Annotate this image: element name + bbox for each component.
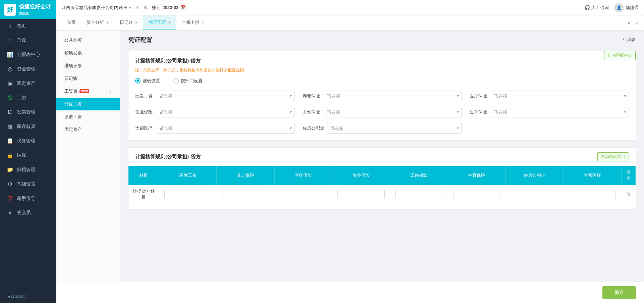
left-nav-purchase[interactable]: 进项发票	[56, 59, 120, 72]
tab-expand-icon[interactable]: ⤢	[635, 20, 639, 26]
input-gongshang[interactable]	[395, 190, 443, 199]
headset-icon: 🎧	[585, 5, 590, 10]
tab-tax[interactable]: 个税申报 ✕	[176, 15, 210, 30]
salary-icon: 💲	[7, 95, 13, 101]
sidebar-item-label: 税务管理	[17, 138, 36, 144]
input-shengyu[interactable]	[453, 190, 500, 199]
sidebar-item-reports[interactable]: 📊 云报表中心	[0, 47, 56, 62]
col-yiliao: 医疗保险	[274, 166, 332, 185]
input-yingfa[interactable]	[164, 190, 212, 199]
left-nav-sales[interactable]: 销项发票	[56, 47, 120, 59]
cell-zhufang	[505, 185, 563, 204]
sidebar-item-label: 基础设置	[17, 181, 36, 187]
service-label: 人工咨询	[591, 5, 609, 11]
settings-gear-icon[interactable]: ⚙	[143, 4, 148, 11]
input-yiliao[interactable]	[280, 190, 327, 199]
field-shengyu-baoxian: 生育保险 请选择 ▾	[470, 107, 629, 117]
field-yanglao-label: 养老保险	[303, 93, 321, 99]
sidebar-item-ledger[interactable]: ≡ 总账	[0, 33, 56, 47]
zhufang-select[interactable]: 请选择	[327, 123, 462, 134]
sidebar-item-inventory[interactable]: ▦ 库存核算	[0, 119, 56, 134]
tab-journal[interactable]: 日记账 ✕	[114, 15, 143, 30]
refresh-icon: ↻	[622, 38, 626, 43]
sidebar: 好 畅捷通好会计 旗舰版 ⌂ 首页 ≡ 总账 📊 云报表中心 ◎ 资金管理 ▣ …	[0, 0, 56, 303]
user-area[interactable]: 👤 畅捷通	[614, 3, 639, 12]
sidebar-item-capital[interactable]: ◎ 资金管理	[0, 62, 56, 76]
tab-capital-close-icon[interactable]: ✕	[106, 20, 109, 25]
sidebar-item-label: 总账	[17, 37, 26, 43]
cell-action: 🗑	[621, 185, 635, 204]
credit-auto-match-btn[interactable]: 自动匹配科目	[597, 152, 629, 161]
company-selector[interactable]: 江西服宝精品有限责任公司内账张 ▾	[62, 5, 131, 11]
radio-basic[interactable]: 基础设置	[135, 78, 160, 84]
daee-select[interactable]: 请选择	[157, 123, 294, 134]
close-month-icon: 🔒	[7, 152, 13, 158]
input-daee[interactable]	[569, 190, 616, 199]
left-nav-salary-table[interactable]: 工资表 NEW ∨	[56, 85, 120, 98]
page-header: 凭证配置 ↻ 刷新	[128, 36, 636, 44]
cell-yanglao	[217, 185, 274, 204]
input-yanglao[interactable]	[222, 190, 269, 199]
reports-icon: 📊	[7, 51, 13, 58]
sidebar-item-salary[interactable]: 💲 工资	[0, 91, 56, 105]
tab-close-window-icon[interactable]: ✕	[627, 20, 631, 26]
sidebar-item-tax[interactable]: 📋 税务管理	[0, 134, 56, 148]
sidebar-item-guide[interactable]: ❓ 新手引导	[0, 191, 56, 206]
sidebar-item-fixed[interactable]: ▣ 固定资产	[0, 76, 56, 91]
radio-basic-label: 基础设置	[143, 78, 160, 84]
add-account-btn[interactable]: +	[136, 4, 139, 11]
yiliao-select[interactable]: 请选择	[491, 91, 629, 101]
member-icon: V	[7, 210, 13, 215]
sidebar-item-invoice[interactable]: 🗒 发票管理	[0, 105, 56, 119]
sidebar-item-close[interactable]: 🔒 结账	[0, 148, 56, 162]
left-nav-fixed-assets[interactable]: 固定资产	[56, 123, 120, 136]
left-nav-public[interactable]: 公共选项	[56, 34, 120, 47]
tab-home[interactable]: 首页	[62, 15, 81, 30]
left-nav: 公共选项 销项发票 进项发票 日记账 工资表 NEW ∨	[56, 31, 120, 303]
shiye-select[interactable]: 请选择	[157, 107, 294, 117]
bottom-spacer	[128, 210, 636, 230]
tab-voucher-close-icon[interactable]: ✕	[168, 20, 171, 25]
radio-dept[interactable]: 按部门设置	[173, 78, 203, 84]
gongshang-select-wrapper: 请选择 ▾	[324, 107, 462, 117]
col-zhufang: 住房公积金	[505, 166, 563, 185]
salary-table-chevron-icon: ∨	[109, 89, 112, 94]
yanglao-select[interactable]: 请选择	[324, 91, 462, 101]
input-shiye[interactable]	[337, 190, 385, 199]
left-nav-calc-salary[interactable]: 计提工资	[56, 98, 120, 110]
tab-home-label: 首页	[67, 19, 76, 26]
tab-tax-close-icon[interactable]: ✕	[201, 20, 204, 25]
input-zhufang[interactable]	[511, 190, 558, 199]
field-yingfa-gongzi: 应发工资 请选择 ▾	[135, 91, 294, 101]
cancel-fixed-btn[interactable]: ◄取消固定	[0, 291, 56, 303]
left-nav-calc-salary-label: 计提工资	[64, 101, 82, 107]
left-nav-journal[interactable]: 日记账	[56, 72, 120, 85]
tab-journal-close-icon[interactable]: ✕	[135, 20, 138, 25]
field-yiliao-baoxian: 医疗保险 请选择 ▾	[470, 91, 629, 101]
sidebar-item-archive[interactable]: 📁 归档管理	[0, 162, 56, 177]
sidebar-item-settings[interactable]: ⚙ 基础设置	[0, 177, 56, 191]
shengyu-select[interactable]: 请选择	[491, 107, 629, 117]
refresh-btn[interactable]: ↻ 刷新	[622, 37, 636, 43]
yingfa-select[interactable]: 请选择	[157, 91, 294, 101]
topbar-right: 🎧 人工咨询 👤 畅捷通	[585, 3, 639, 12]
left-nav-fixed-assets-label: 固定资产	[64, 127, 82, 133]
sidebar-item-member[interactable]: V 畅会员	[0, 206, 56, 220]
page-title: 凭证配置	[128, 36, 152, 44]
field-shiye-baoxian: 失业保险 请选择 ▾	[135, 107, 294, 117]
tab-capital[interactable]: 资金分析 ✕	[81, 15, 114, 30]
field-daee-yiliao: 大额医疗 请选择 ▾	[135, 123, 294, 134]
radio-dept-circle	[173, 78, 179, 84]
field-zhufang-gongjijin: 住房公积金 请选择 ▾	[303, 123, 462, 134]
sidebar-item-home[interactable]: ⌂ 首页	[0, 19, 56, 33]
debit-auto-match-btn[interactable]: 自动匹配科目	[604, 51, 636, 60]
save-btn[interactable]: 保存	[602, 286, 636, 299]
cell-shiye	[332, 185, 390, 204]
delete-row-icon[interactable]: 🗑	[626, 192, 631, 197]
tab-voucher[interactable]: 凭证配置 ✕	[143, 15, 176, 30]
calendar-icon[interactable]: 📅	[180, 5, 186, 10]
left-nav-pay-salary[interactable]: 发放工资	[56, 110, 120, 123]
gongshang-select[interactable]: 请选择	[324, 107, 462, 117]
service-btn[interactable]: 🎧 人工咨询	[585, 5, 609, 11]
sidebar-item-label: 新手引导	[17, 196, 36, 202]
